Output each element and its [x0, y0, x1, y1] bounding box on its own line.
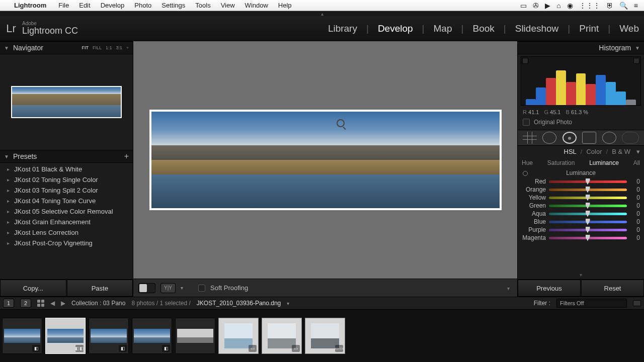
chevron-down-icon[interactable]: ▾ [287, 301, 289, 306]
slider-yellow[interactable]: Yellow0 [518, 194, 644, 202]
filter-dropdown[interactable]: Filters Off [556, 299, 627, 308]
zoom-options[interactable]: FIT FILL 1:1 3:1 ÷ [82, 45, 129, 50]
soft-proof-checkbox[interactable] [198, 285, 205, 292]
targeted-adjust-icon[interactable] [523, 171, 528, 176]
tab-color[interactable]: Color [586, 148, 602, 155]
module-map[interactable]: Map [434, 23, 452, 34]
previous-button[interactable]: Previous [518, 280, 581, 297]
module-print[interactable]: Print [579, 23, 599, 34]
add-preset-icon[interactable]: + [124, 152, 129, 161]
film-thumb[interactable]: ◧ [89, 318, 129, 354]
slider-thumb-icon[interactable] [586, 211, 590, 217]
copy-button[interactable]: Copy... [0, 280, 66, 297]
slider-red[interactable]: Red0 [518, 177, 644, 186]
top-panel-reveal[interactable]: ▴ [0, 11, 644, 16]
panel-switch-icon[interactable]: ▾ [636, 148, 640, 155]
current-filename[interactable]: JKOST_2010_03936-Pano.dng [197, 300, 281, 307]
slider-thumb-icon[interactable] [586, 178, 590, 185]
tray-icon[interactable]: ⛨ [606, 2, 613, 10]
primary-display-button[interactable]: 1 [3, 299, 14, 308]
tab-hsl[interactable]: HSL [564, 148, 577, 155]
collection-label[interactable]: Collection : 03 Pano [71, 300, 125, 307]
preset-folder[interactable]: JKost 02 Toning Single Color [0, 174, 133, 185]
slider-thumb-icon[interactable] [586, 195, 590, 201]
reset-button[interactable]: Reset [581, 280, 644, 297]
module-library[interactable]: Library [328, 23, 357, 34]
redeye-tool[interactable] [562, 132, 577, 144]
preset-folder[interactable]: JKost 05 Selective Color Removal [0, 206, 133, 217]
spotlight-icon[interactable]: 🔍 [619, 2, 628, 10]
film-thumb[interactable]: ◧ [132, 318, 172, 354]
spot-removal-tool[interactable] [542, 132, 556, 144]
module-slideshow[interactable]: Slideshow [515, 23, 559, 34]
preset-folder[interactable]: JKost 03 Toning Split 2 Color [0, 185, 133, 196]
tab-saturation[interactable]: Saturation [547, 159, 575, 166]
filter-lock-toggle[interactable] [633, 300, 641, 306]
tab-luminance[interactable]: Luminance [589, 159, 619, 166]
slider-purple[interactable]: Purple0 [518, 226, 644, 234]
film-thumb[interactable]: ▭▭ [305, 318, 345, 354]
tray-icon[interactable]: ▶ [545, 2, 550, 10]
panel-drag-handle-icon[interactable]: ▾ [518, 270, 644, 279]
tray-icon[interactable]: ▭ [520, 2, 527, 10]
film-thumb[interactable]: ◧ [2, 318, 42, 354]
grid-view-icon[interactable] [37, 300, 44, 307]
nav-fwd-icon[interactable]: ▶ [61, 300, 65, 307]
app-menu[interactable]: Lightroom [14, 2, 53, 9]
slider-magenta[interactable]: Magenta0 [518, 234, 644, 242]
preset-folder[interactable]: JKost 01 Black & White [0, 164, 133, 174]
tray-icon[interactable]: ⌂ [556, 2, 560, 10]
highlight-clipping-icon[interactable] [633, 58, 639, 64]
adjustment-brush-tool[interactable] [622, 132, 639, 144]
tab-all[interactable]: All [633, 159, 640, 166]
nav-back-icon[interactable]: ◀ [50, 300, 55, 307]
tray-icon[interactable]: ✇ [533, 2, 539, 10]
menu-develop[interactable]: Develop [96, 2, 130, 9]
navigator-preview[interactable] [0, 54, 133, 150]
slider-aqua[interactable]: Aqua0 [518, 210, 644, 218]
menu-help[interactable]: Help [273, 2, 297, 9]
menu-file[interactable]: File [53, 2, 74, 9]
preset-folder[interactable]: JKost Grain Enhancement [0, 217, 133, 227]
menu-view[interactable]: View [216, 2, 240, 9]
tray-icon[interactable]: ◉ [567, 2, 573, 10]
tab-bw[interactable]: B & W [612, 148, 630, 155]
histogram-display[interactable] [521, 56, 641, 106]
slider-thumb-icon[interactable] [586, 219, 590, 225]
film-thumb[interactable]: ◧◧ [45, 318, 86, 354]
original-photo-toggle[interactable]: Original Photo [518, 117, 644, 130]
menu-window[interactable]: Window [240, 2, 273, 9]
module-develop[interactable]: Develop [378, 23, 413, 34]
presets-header[interactable]: ▼ Presets + [0, 150, 133, 163]
histogram-header[interactable]: Histogram ▼ [518, 41, 644, 54]
navigator-header[interactable]: ▼ Navigator FIT FILL 1:1 3:1 ÷ [0, 41, 133, 54]
menu-photo[interactable]: Photo [129, 2, 156, 9]
tray-icon[interactable]: ⋮⋮⋮ [579, 2, 600, 10]
slider-green[interactable]: Green0 [518, 202, 644, 210]
slider-thumb-icon[interactable] [586, 203, 590, 209]
tab-hue[interactable]: Hue [522, 159, 533, 166]
module-web[interactable]: Web [619, 23, 639, 34]
notifications-icon[interactable]: ≡ [634, 2, 638, 10]
menu-settings[interactable]: Settings [156, 2, 190, 9]
slider-thumb-icon[interactable] [586, 187, 590, 193]
slider-blue[interactable]: Blue0 [518, 218, 644, 226]
paste-button[interactable]: Paste [67, 280, 133, 297]
secondary-display-button[interactable]: 2 [20, 299, 31, 308]
preset-folder[interactable]: JKost Post-Crop Vignetting [0, 238, 133, 248]
radial-filter-tool[interactable] [602, 132, 616, 144]
before-after-picker[interactable]: Y|Y [160, 283, 176, 293]
photo-viewport[interactable] [133, 41, 517, 279]
filmstrip[interactable]: ◧ ◧◧ ◧ ◧ ▭ ▭ ▭▭ [0, 310, 644, 362]
slider-thumb-icon[interactable] [586, 227, 590, 233]
graduated-filter-tool[interactable] [582, 132, 596, 144]
slider-thumb-icon[interactable] [586, 235, 590, 241]
crop-tool[interactable] [523, 132, 537, 144]
slider-orange[interactable]: Orange0 [518, 186, 644, 194]
menu-edit[interactable]: Edit [74, 2, 95, 9]
chevron-down-icon[interactable]: ▾ [181, 285, 183, 291]
film-thumb[interactable]: ▭ [262, 318, 302, 354]
view-mode-toggle[interactable] [138, 283, 155, 293]
shadow-clipping-icon[interactable] [522, 58, 528, 64]
toolbar-more-icon[interactable]: ▾ [507, 286, 512, 291]
